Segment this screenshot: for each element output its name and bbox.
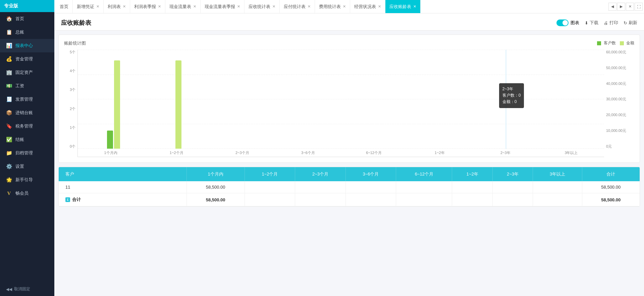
tab-voucher[interactable]: 新增凭证 ✕ [73,0,104,13]
cell-total-label: Σ 合计 [59,193,186,206]
tab-close-payable-stat[interactable]: ✕ [308,4,311,9]
total-y1-2 [452,193,492,206]
tab-close-business-stat[interactable]: ✕ [378,4,381,9]
tab-aging[interactable]: 应收账龄表 ✕ [385,0,421,13]
chart-toggle[interactable]: 图表 [556,19,579,26]
bar-customers-0 [107,131,113,149]
sidebar-item-salary[interactable]: 💵 工资 [0,79,54,93]
total-m3-6 [345,193,396,206]
tab-business-stat[interactable]: 经营状况表 ✕ [350,0,385,13]
tab-next-button[interactable]: ▶ [617,3,625,11]
x-label-1: 1~2个月 [144,149,209,157]
tab-close-expense-stat[interactable]: ✕ [343,4,346,9]
cell-m1-2 [245,181,295,193]
ledger-icon: 📋 [6,29,12,35]
sidebar-item-settings[interactable]: ⚙️ 设置 [0,160,54,173]
tab-home[interactable]: 首页 [56,0,73,13]
vip-icon: V [6,191,12,196]
tab-close-voucher[interactable]: ✕ [96,4,99,9]
cell-m2-3 [295,181,346,193]
tab-close-profit[interactable]: ✕ [123,4,126,9]
refresh-button[interactable]: ↻ 刷新 [624,20,637,26]
salary-icon: 💵 [6,83,12,89]
bar-group-5 [406,58,471,149]
sidebar-item-closing[interactable]: ✅ 结账 [0,133,54,146]
capital-icon: 💰 [6,56,12,62]
bar-group-1 [146,58,211,149]
tab-close-cashflow[interactable]: ✕ [193,4,196,9]
collapse-icon: ◀◀ [6,287,12,292]
toggle-track[interactable] [556,19,569,26]
legend-amount: 金额 [620,40,634,46]
total-m6-12 [396,193,452,206]
table-body: 11 58,500.00 58,500.00 [59,181,640,206]
cell-m1: 58,500.00 [186,181,245,193]
tab-cashflow-quarter[interactable]: 现金流量表季报 ✕ [201,0,245,13]
total-m2-3 [295,193,346,206]
sidebar-item-capital[interactable]: 💰 资金管理 [0,52,54,66]
sidebar-item-guide[interactable]: 🌟 新手引导 [0,173,54,187]
total-label-container: Σ 合计 [65,197,184,203]
chart-legend: 客户数 金额 [597,40,634,46]
sidebar-item-report[interactable]: 📊 报表中心 [0,39,54,52]
x-label-6: 2~3年 [473,149,538,157]
y-axis-right: 60,000.00元 50,000.00元 40,000.00元 30,000.… [604,50,634,157]
page-content: 应收账龄表 图表 ⬇ 下载 🖨 打印 ↻ 刷新 [54,13,644,296]
sidebar-item-vip[interactable]: V 畅会员 [0,187,54,200]
cell-customer: 11 [59,181,186,193]
home-icon: 🏠 [6,16,12,22]
tab-close-receivable-stat[interactable]: ✕ [272,4,275,9]
archive-icon: 📁 [6,150,12,156]
sidebar-collapse[interactable]: ◀◀ 取消固定 [0,282,54,296]
invoice-icon: 🧾 [6,96,12,102]
tab-profit[interactable]: 利润表 ✕ [104,0,130,13]
tab-close-aging[interactable]: ✕ [413,4,416,9]
print-button[interactable]: 🖨 打印 [604,20,618,26]
tab-fullscreen-button[interactable]: ⛶ [635,3,643,11]
th-total: 合计 [582,167,640,181]
table-header-row: 客户 1个月内 1~2个月 2~3个月 3~6个月 6~12个月 1~2年 2~… [59,167,640,181]
bar-group-4 [341,58,406,149]
total-m1: 58,500.00 [186,193,245,206]
tab-cashflow[interactable]: 现金流量表 ✕ [165,0,201,13]
download-icon: ⬇ [585,20,588,26]
toggle-label: 图表 [571,20,579,26]
sidebar-item-tax[interactable]: 🔖 税务管理 [0,119,54,133]
th-m1-2: 1~2个月 [245,167,295,181]
download-button[interactable]: ⬇ 下载 [585,20,598,26]
tab-profit-quarter[interactable]: 利润表季报 ✕ [130,0,165,13]
tab-expense-stat[interactable]: 费用统计表 ✕ [315,0,350,13]
tab-payable-stat[interactable]: 应付统计表 ✕ [280,0,315,13]
th-m1: 1个月内 [186,167,245,181]
total-y3 [533,193,582,206]
tab-close-all-button[interactable]: ✕ [626,3,634,11]
tab-prev-button[interactable]: ◀ [608,3,616,11]
sidebar-item-ledger[interactable]: 📋 总账 [0,26,54,39]
toggle-thumb [562,20,568,26]
bar-pair-0 [107,58,120,149]
total-m1-2 [245,193,295,206]
tab-close-cashflow-quarter[interactable]: ✕ [237,4,240,9]
tab-close-profit-quarter[interactable]: ✕ [158,4,161,9]
page-header: 应收账龄表 图表 ⬇ 下载 🖨 打印 ↻ 刷新 [54,13,644,31]
refresh-icon: ↻ [624,20,627,26]
print-icon: 🖨 [604,20,608,26]
x-labels: 1个月内1~2个月2~3个月3~6个月6~12个月1~2年2~3年3年以上 [78,149,604,157]
settings-icon: ⚙️ [6,163,12,169]
sidebar-item-invoice[interactable]: 🧾 发票管理 [0,93,54,106]
sidebar-item-inventory[interactable]: 📦 进销台账 [0,106,54,119]
cell-m3-6 [345,181,396,193]
x-label-5: 1~2年 [407,149,473,157]
tab-receivable-stat[interactable]: 应收统计表 ✕ [245,0,280,13]
inventory-icon: 📦 [6,110,12,116]
sidebar-item-assets[interactable]: 🏢 固定资产 [0,66,54,79]
cell-y2-3 [492,181,533,193]
sidebar-item-home[interactable]: 🏠 首页 [0,12,54,26]
total-icon: Σ [65,197,70,202]
sidebar: 专业版 🏠 首页 📋 总账 📊 报表中心 💰 资金管理 🏢 固定资产 💵 工资 … [0,0,54,296]
header-actions: 图表 ⬇ 下载 🖨 打印 ↻ 刷新 [556,19,637,26]
bars-area [78,50,604,149]
x-label-4: 6~12个月 [341,149,407,157]
sidebar-item-archive[interactable]: 📁 归档管理 [0,146,54,160]
table-container: 客户 1个月内 1~2个月 2~3个月 3~6个月 6~12个月 1~2年 2~… [58,167,640,207]
